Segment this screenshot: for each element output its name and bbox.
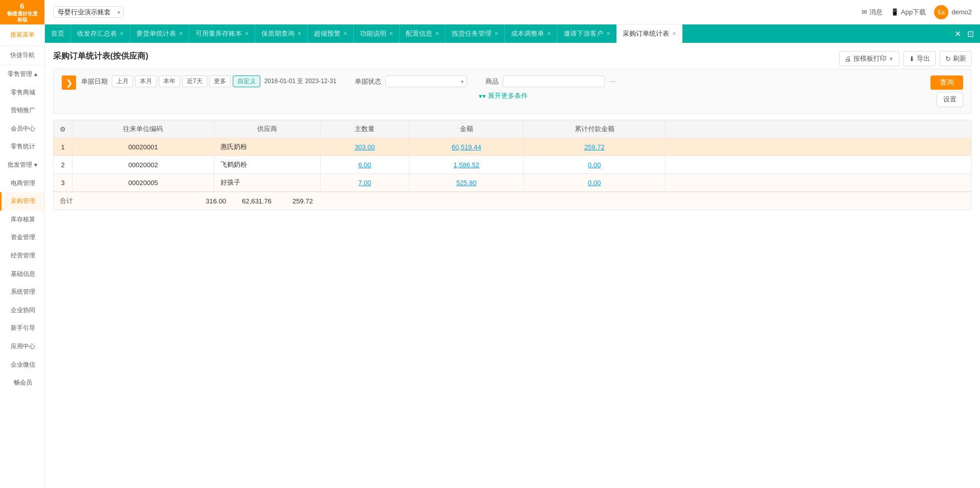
export-btn[interactable]: ⬇ 导出 (903, 51, 936, 66)
table-row[interactable]: 3 00020005 好孩子 7.00 525.80 0.00 (54, 174, 972, 192)
row-qty[interactable]: 303.00 (320, 138, 409, 156)
col-settings[interactable]: ⚙ (54, 120, 72, 138)
tab-yaohuodanjizong[interactable]: 要货单统计表 × (130, 24, 189, 43)
tab-close-icon[interactable]: × (298, 30, 301, 37)
sidebar-item-system[interactable]: 系统管理 (0, 283, 44, 301)
date-btn-more[interactable]: 更多 (209, 75, 231, 87)
export-icon: ⬇ (909, 55, 915, 63)
tab-close-icon[interactable]: × (120, 30, 124, 37)
tab-close-icon[interactable]: × (179, 30, 183, 37)
sidebar-item-newguide[interactable]: 新手引导 (0, 319, 44, 338)
filter-collapse-btn[interactable]: ❯ (62, 75, 76, 90)
date-btn-last-month[interactable]: 上月 (112, 75, 133, 87)
row-index: 3 (54, 174, 72, 192)
row-amount[interactable]: 1,586.52 (409, 156, 524, 174)
tab-close-icon[interactable]: × (547, 30, 551, 37)
date-btn-7days[interactable]: 近7天 (182, 75, 207, 87)
query-btn[interactable]: 查询 (930, 75, 963, 90)
row-paid[interactable]: 259.72 (524, 138, 666, 156)
sidebar-item-retail-shop[interactable]: 零售商城 (0, 84, 44, 102)
page-header-area: 采购订单统计表(按供应商) 🖨 按模板打印 ▼ ⬇ 导出 ↻ 刷新 (53, 51, 972, 62)
sidebar-item-retail-manage[interactable]: 零售管理 ▲ (0, 65, 44, 84)
tab-label: 成本调整单 (511, 29, 544, 38)
sidebar-item-purchase[interactable]: 采购管理 (0, 192, 44, 211)
sidebar-item-label: 企业微信 (11, 361, 35, 369)
sidebar-item-appcenter[interactable]: 应用中心 (0, 338, 44, 356)
row-paid[interactable]: 0.00 (524, 174, 666, 192)
sidebar-item-retail-stat[interactable]: 零售统计 (0, 138, 44, 156)
message-icon: ✉ (862, 8, 867, 16)
user-profile-btn[interactable]: Ea demo2 (934, 5, 972, 19)
sidebar-item-basic[interactable]: 基础信息 (0, 265, 44, 284)
tab-keyongliang[interactable]: 可用量库存账本 × (189, 24, 255, 43)
workspace-select-wrapper: 母婴行业演示账套 (53, 6, 124, 18)
tab-caigou[interactable]: 采购订单统计表 × (617, 24, 682, 43)
tab-chaoyupre[interactable]: 超储预警 × (308, 24, 354, 43)
date-filter-label: 单据日期 (81, 77, 108, 86)
status-select-wrapper (385, 75, 467, 87)
date-btn-this-month[interactable]: 本月 (135, 75, 157, 87)
message-btn[interactable]: ✉ 消息 (862, 8, 883, 17)
row-amount[interactable]: 60,519.44 (409, 138, 524, 156)
tab-close-icon[interactable]: × (245, 30, 249, 37)
sidebar-quicknav-btn[interactable]: 快捷导航 (0, 48, 44, 63)
tab-baozhi[interactable]: 保质期查询 × (255, 24, 308, 43)
workspace-select[interactable]: 母婴行业演示账套 (53, 6, 124, 18)
tab-pihuo[interactable]: 拣货任务管理 × (446, 24, 505, 43)
tab-maximize-btn[interactable]: ⊡ (965, 28, 976, 40)
goods-more-icon[interactable]: ··· (609, 77, 616, 86)
tab-chengben[interactable]: 成本调整单 × (505, 24, 557, 43)
export-label: 导出 (917, 54, 930, 63)
sidebar-item-batch[interactable]: 批发管理 ▼ (0, 156, 44, 174)
app-download-label: App下载 (901, 8, 926, 17)
tab-label: 要货单统计表 (136, 29, 176, 38)
tab-close-icon[interactable]: × (606, 30, 610, 37)
tab-close-icon[interactable]: × (672, 30, 676, 37)
row-paid[interactable]: 0.00 (524, 156, 666, 174)
sidebar-item-finance[interactable]: 资金管理 (0, 228, 44, 247)
row-supplier: 飞鹤奶粉 (214, 156, 320, 174)
goods-input[interactable] (503, 75, 605, 87)
row-amount[interactable]: 525.80 (409, 174, 524, 192)
tab-shoufahuizong[interactable]: 收发存汇总表 × (71, 24, 130, 43)
sidebar-item-member[interactable]: 会员中心 (0, 120, 44, 138)
tab-close-icon[interactable]: × (389, 30, 393, 37)
sidebar-item-label: 系统管理 (11, 288, 35, 296)
sidebar-item-operations[interactable]: 经营管理 (0, 247, 44, 265)
refresh-btn[interactable]: ↻ 刷新 (940, 51, 972, 66)
tab-close-window-btn[interactable]: ✕ (952, 28, 963, 40)
sidebar-item-member2[interactable]: 畅会员 (0, 374, 44, 392)
sidebar-item-inventory[interactable]: 库存核算 (0, 211, 44, 229)
date-btn-custom[interactable]: 自定义 (233, 75, 260, 87)
date-btn-this-year[interactable]: 本年 (159, 75, 180, 87)
tab-close-icon[interactable]: × (435, 30, 439, 37)
row-qty[interactable]: 7.00 (320, 174, 409, 192)
tab-home[interactable]: 首页 (45, 24, 71, 43)
tab-close-icon[interactable]: × (495, 30, 498, 37)
logo-subtext: 标版 (7, 17, 38, 23)
topbar-left: 母婴行业演示账套 (53, 6, 124, 18)
print-btn[interactable]: 🖨 按模板打印 ▼ (839, 51, 899, 66)
print-arrow-icon: ▼ (889, 56, 894, 62)
app-download-btn[interactable]: 📱 App下载 (891, 8, 926, 17)
sidebar-item-marketing[interactable]: 营销推广 (0, 101, 44, 120)
table-row[interactable]: 1 00020001 惠氏奶粉 303.00 60,519.44 259.72 (54, 138, 972, 156)
data-table: ⚙ 往来单位编码 供应商 主数量 金额 累计付款金额 1 00020001 惠氏… (53, 120, 972, 192)
sidebar-item-corpwechat[interactable]: 企业微信 (0, 356, 44, 374)
tab-label: 功能说明 (360, 29, 386, 38)
sidebar-item-ecom[interactable]: 电商管理 (0, 174, 44, 193)
tab-yaoqing[interactable]: 邀请下游客户 × (557, 24, 617, 43)
status-select[interactable] (385, 75, 467, 87)
filter-right-btns: 查询 设置 (930, 75, 963, 107)
settings-btn[interactable]: 设置 (937, 92, 963, 107)
table-row[interactable]: 2 00020002 飞鹤奶粉 6.00 1,586.52 0.00 (54, 156, 972, 174)
tab-gongneng[interactable]: 功能说明 × (354, 24, 400, 43)
logo-text: 畅捷通好生意 (7, 11, 38, 17)
filter-wrapper: ❯ 单据日期 上月 本月 本年 近7天 更多 自定义 (62, 75, 963, 107)
expand-more-btn[interactable]: ▾▾ 展开更多条件 (81, 91, 925, 100)
sidebar-search-btn[interactable]: 搜索菜单 (3, 29, 41, 41)
tab-close-icon[interactable]: × (344, 30, 347, 37)
sidebar-item-enterprise[interactable]: 企业协同 (0, 301, 44, 320)
row-qty[interactable]: 6.00 (320, 156, 409, 174)
tab-peizhi[interactable]: 配置信息 × (400, 24, 446, 43)
